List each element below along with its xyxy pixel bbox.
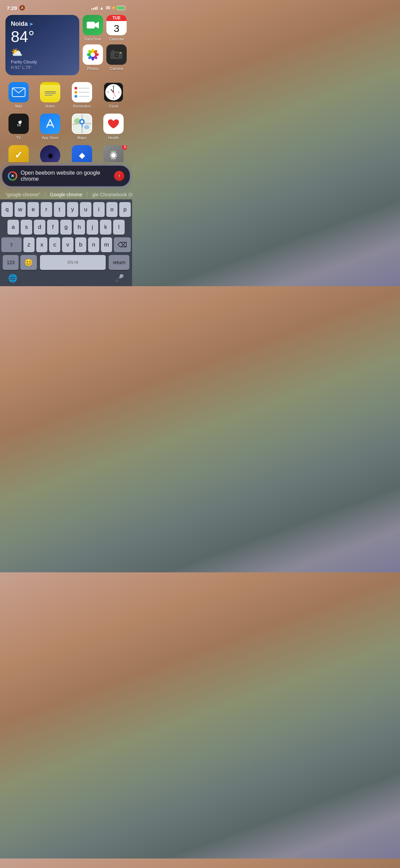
time-display: 7:29	[7, 5, 17, 11]
globe-icon[interactable]: 🌐	[8, 274, 17, 283]
photos-label: Photos	[87, 66, 99, 71]
key-c[interactable]: c	[49, 237, 60, 252]
key-p[interactable]: p	[119, 202, 131, 217]
app-calendar[interactable]: TUE 3 Calendar	[106, 15, 127, 41]
key-l[interactable]: l	[113, 220, 125, 235]
photos-icon	[83, 44, 103, 65]
key-b[interactable]: b	[75, 237, 86, 252]
tv-label: TV	[16, 136, 21, 140]
app-clock[interactable]: 12 3 6 9	[101, 82, 127, 108]
key-j[interactable]: j	[87, 220, 98, 235]
key-n[interactable]: n	[88, 237, 99, 252]
autocomplete-suggestions: "google chrome" Google chrome gle Chrome…	[0, 189, 132, 200]
key-t[interactable]: t	[54, 202, 65, 217]
weather-highlow: H:91° L:79°	[11, 65, 74, 70]
reminders-label: Reminders	[73, 104, 91, 108]
key-y[interactable]: y	[67, 202, 79, 217]
siri-input-text: Open beebom website on google chrome	[21, 170, 111, 182]
siri-icon: ✕	[8, 171, 17, 181]
facetime-icon	[83, 15, 103, 35]
key-d[interactable]: d	[34, 220, 45, 235]
key-o[interactable]: o	[106, 202, 118, 217]
app-notes[interactable]: Notes	[37, 82, 64, 108]
autocomplete-divider-0	[45, 192, 45, 197]
autocomplete-item-1[interactable]: Google chrome	[48, 191, 85, 198]
weather-widget[interactable]: Noida ➤ 84° ⛅ Partly Cloudy H:91° L:79°	[5, 15, 79, 75]
autocomplete-item-2[interactable]: gle Chromebook (क	[90, 191, 132, 198]
health-label: Health	[108, 136, 119, 140]
key-g[interactable]: g	[60, 220, 72, 235]
shift-key[interactable]: ⇧	[1, 237, 22, 252]
svg-rect-0	[87, 22, 95, 28]
key-h[interactable]: h	[73, 220, 85, 235]
key-u[interactable]: u	[80, 202, 91, 217]
camera-label: Camera	[110, 66, 123, 71]
autocomplete-item-0[interactable]: "google chrome"	[3, 191, 42, 198]
svg-point-14	[116, 55, 118, 56]
notes-label: Notes	[45, 104, 55, 108]
clock-label: Clock	[109, 104, 118, 108]
signal-icon	[91, 6, 98, 10]
key-e[interactable]: e	[27, 202, 39, 217]
svg-point-10	[90, 52, 95, 57]
space-key[interactable]: EN HI	[40, 255, 106, 270]
key-z[interactable]: z	[23, 237, 35, 252]
key-i[interactable]: i	[93, 202, 105, 217]
app-photos[interactable]: Photos	[83, 44, 103, 71]
app-mail[interactable]: Mail	[5, 82, 32, 108]
svg-rect-15	[112, 50, 114, 52]
key-s[interactable]: s	[21, 220, 32, 235]
svg-line-29	[50, 120, 54, 127]
app-partial-siri[interactable]: ◉	[37, 145, 64, 162]
svg-text:3: 3	[119, 91, 120, 93]
siri-input-bar[interactable]: ✕ Open beebom website on google chrome ↑	[2, 165, 130, 186]
weather-city: Noida ➤	[11, 20, 74, 27]
partial-icon-settings	[103, 145, 124, 162]
app-reminders[interactable]: Reminders	[69, 82, 95, 108]
key-w[interactable]: w	[15, 202, 26, 217]
siri-send-button[interactable]: ↑	[114, 171, 124, 181]
svg-marker-1	[95, 22, 99, 28]
app-partial-settings[interactable]: 1	[101, 145, 127, 162]
svg-line-28	[47, 120, 50, 127]
app-camera[interactable]: Camera	[106, 44, 127, 71]
app-partial-v[interactable]: ✓	[5, 145, 32, 162]
microphone-icon[interactable]: 🎤	[115, 274, 124, 283]
maps-icon	[72, 114, 92, 134]
key-r[interactable]: r	[41, 202, 52, 217]
app-facetime[interactable]: FaceTime	[83, 15, 103, 41]
key-v[interactable]: v	[62, 237, 73, 252]
keyboard-row-1: q w e r t y u i o p	[1, 202, 131, 217]
key-m[interactable]: m	[101, 237, 112, 252]
key-f[interactable]: f	[47, 220, 59, 235]
app-row-3: Mail Notes	[5, 82, 127, 108]
emoji-key[interactable]: 😊	[20, 255, 37, 270]
status-bar: 7:29 🔕 ▲ 80 ⚡	[0, 0, 132, 12]
key-q[interactable]: q	[1, 202, 13, 217]
camera-icon	[106, 44, 127, 65]
mail-label: Mail	[15, 104, 22, 108]
numbers-key[interactable]: 123	[3, 255, 19, 270]
svg-point-33	[84, 125, 89, 129]
mail-icon	[8, 82, 29, 102]
app-partial-blue[interactable]: ◆	[69, 145, 95, 162]
key-k[interactable]: k	[100, 220, 111, 235]
app-health[interactable]: Health	[101, 114, 127, 140]
clock-icon: 12 3 6 9	[103, 82, 124, 102]
weather-icon: ⛅	[11, 47, 74, 58]
siri-send-icon: ↑	[118, 173, 121, 179]
app-tv[interactable]: TV TV	[5, 114, 32, 140]
mute-icon: 🔕	[19, 5, 25, 11]
partial-icon-v: ✓	[8, 145, 29, 162]
keyboard-row-3: ⇧ z x c v b n m ⌫	[1, 237, 131, 252]
return-key[interactable]: return	[109, 255, 129, 270]
app-appstore[interactable]: App Store	[37, 114, 64, 140]
delete-key[interactable]: ⌫	[114, 237, 131, 252]
app-maps[interactable]: Maps	[69, 114, 95, 140]
key-x[interactable]: x	[36, 237, 47, 252]
facetime-label: FaceTime	[85, 37, 101, 41]
partial-app-row: ✓ ◉ ◆ 1	[5, 145, 127, 162]
key-a[interactable]: a	[7, 220, 19, 235]
appstore-label: App Store	[42, 136, 59, 140]
home-screen: Noida ➤ 84° ⛅ Partly Cloudy H:91° L:79°	[0, 12, 132, 162]
